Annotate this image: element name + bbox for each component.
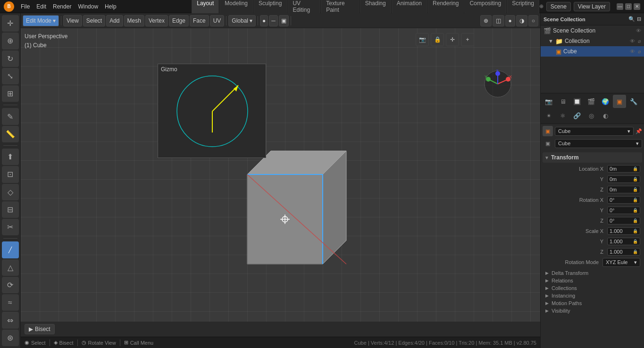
- tool-scale[interactable]: ⤡: [2, 68, 19, 84]
- minimize-button[interactable]: —: [617, 3, 623, 10]
- tool-knife[interactable]: ✂: [2, 219, 19, 235]
- menu-help[interactable]: Help: [102, 2, 119, 11]
- tool-loop-cut[interactable]: ⊟: [2, 201, 19, 218]
- cube-render-visibility[interactable]: ⌀: [638, 49, 641, 55]
- scene-collection-visibility[interactable]: 👁: [636, 28, 641, 33]
- instancing-row[interactable]: ▶ Instancing: [543, 292, 642, 299]
- tool-measure[interactable]: 📏: [2, 126, 19, 142]
- add-menu[interactable]: Add: [106, 15, 123, 26]
- view-layer-selector[interactable]: View Layer: [574, 2, 610, 11]
- menu-file[interactable]: File: [18, 2, 33, 11]
- uv-menu[interactable]: UV: [210, 15, 225, 26]
- tool-move[interactable]: ⊕: [2, 33, 19, 49]
- prop-pin-icon[interactable]: 📌: [636, 128, 642, 134]
- viewport[interactable]: Gizmo User Perspective (1) Cube X: [21, 28, 540, 322]
- tab-modeling[interactable]: Modeling: [219, 0, 253, 15]
- rotation-y-field[interactable]: 0° 🔒: [607, 207, 640, 214]
- location-x-field[interactable]: 0m 🔒: [607, 165, 640, 173]
- outliner-filter-icon[interactable]: ⊟: [637, 16, 641, 22]
- collections-row[interactable]: ▶ Collections: [543, 284, 642, 292]
- menu-edit[interactable]: Edit: [33, 2, 49, 11]
- scale-z-field[interactable]: 1.000 🔒: [607, 248, 640, 256]
- rotation-z-lock[interactable]: 🔒: [633, 218, 638, 223]
- collection-render-icon[interactable]: ⌀: [638, 38, 641, 44]
- tool-edge-slide[interactable]: ⇔: [2, 312, 19, 328]
- location-x-lock[interactable]: 🔒: [633, 166, 638, 171]
- data-block-name-field[interactable]: Cube ▾: [555, 139, 642, 148]
- prop-tab-output[interactable]: 🖥: [556, 95, 569, 108]
- tab-sculpting[interactable]: Sculpting: [253, 0, 287, 15]
- scale-x-field[interactable]: 1.000 🔒: [607, 227, 640, 235]
- tab-shading[interactable]: Shading: [360, 0, 391, 15]
- face-menu[interactable]: Face: [190, 15, 209, 26]
- tool-transform[interactable]: ⊞: [2, 85, 19, 102]
- prop-tab-view-layer[interactable]: 🔲: [570, 95, 584, 108]
- scale-y-lock[interactable]: 🔒: [633, 239, 638, 244]
- menu-window[interactable]: Window: [75, 2, 101, 11]
- prop-tab-world[interactable]: 🌍: [599, 95, 612, 108]
- relations-row[interactable]: ▶ Relations: [543, 277, 642, 284]
- mode-selector[interactable]: Edit Mode ▾: [23, 15, 59, 26]
- xray-toggle[interactable]: ◫: [493, 15, 504, 26]
- tool-inset[interactable]: ⊡: [2, 166, 19, 182]
- camera-view-btn[interactable]: 📷: [416, 33, 429, 46]
- add-scene-btn[interactable]: +: [461, 33, 474, 46]
- face-select-mode[interactable]: ▣: [279, 15, 289, 26]
- prop-tab-constraints[interactable]: 🔗: [570, 109, 584, 122]
- scale-y-field[interactable]: 1.000 🔒: [607, 238, 640, 245]
- edge-menu[interactable]: Edge: [169, 15, 189, 26]
- axis-gizmo[interactable]: X Y Z: [484, 70, 512, 99]
- tool-cursor[interactable]: ✛: [2, 15, 19, 32]
- tab-layout[interactable]: Layout: [192, 0, 219, 15]
- prop-tab-material[interactable]: ◐: [599, 109, 612, 122]
- tool-poly-build[interactable]: △: [2, 259, 19, 276]
- shading-material[interactable]: ◑: [516, 15, 527, 26]
- prop-object-icon[interactable]: ▣: [543, 126, 553, 136]
- motion-paths-row[interactable]: ▶ Motion Paths: [543, 299, 642, 307]
- mesh-menu[interactable]: Mesh: [124, 15, 144, 26]
- tool-spin[interactable]: ⟳: [2, 277, 19, 293]
- tool-bevel[interactable]: ◇: [2, 184, 19, 200]
- location-z-field[interactable]: 0m 🔒: [607, 186, 640, 193]
- prop-tab-data[interactable]: ◎: [585, 109, 598, 122]
- shading-rendered[interactable]: ○: [528, 15, 538, 26]
- prop-tab-particles[interactable]: ✴: [542, 109, 555, 122]
- rotation-x-lock[interactable]: 🔒: [633, 198, 638, 202]
- tool-shrink-fatten[interactable]: ⊛: [2, 330, 19, 346]
- tool-annotate[interactable]: ✎: [2, 108, 19, 124]
- tool-extrude[interactable]: ⬆: [2, 149, 19, 165]
- cube-visibility[interactable]: 👁: [630, 49, 635, 54]
- shading-solid[interactable]: ●: [505, 15, 515, 26]
- scale-x-lock[interactable]: 🔒: [633, 229, 638, 233]
- rotation-mode-dropdown[interactable]: XYZ Eule ▾: [602, 258, 640, 267]
- menu-render[interactable]: Render: [50, 2, 74, 11]
- rotation-z-field[interactable]: 0° 🔒: [607, 217, 640, 224]
- view-menu[interactable]: View: [63, 15, 82, 26]
- lock-view-btn[interactable]: 🔒: [431, 33, 444, 46]
- vertex-menu[interactable]: Vertex: [145, 15, 168, 26]
- delta-transform-row[interactable]: ▶ Delta Transform: [543, 269, 642, 277]
- location-z-lock[interactable]: 🔒: [633, 187, 638, 192]
- prop-tab-modifiers[interactable]: 🔧: [627, 95, 640, 108]
- object-name-field[interactable]: Cube ▾: [555, 127, 634, 136]
- bisect-operator-btn[interactable]: ▶ Bisect: [25, 324, 55, 334]
- rotation-x-field[interactable]: 0° 🔒: [607, 196, 640, 204]
- select-menu[interactable]: Select: [83, 15, 105, 26]
- transform-selector[interactable]: Global▾: [228, 15, 256, 26]
- tab-uvediting[interactable]: UV Editing: [287, 0, 320, 15]
- scale-z-lock[interactable]: 🔒: [633, 249, 638, 254]
- tool-smooth[interactable]: ≈: [2, 294, 19, 311]
- transform-section-header[interactable]: ▼ Transform: [543, 152, 642, 163]
- visibility-row[interactable]: ▶ Visibility: [543, 307, 642, 315]
- close-button[interactable]: ✕: [634, 3, 640, 10]
- collection-visibility[interactable]: 👁: [630, 38, 635, 44]
- tool-bisect[interactable]: ╱: [2, 241, 19, 258]
- location-y-field[interactable]: 0m 🔒: [607, 175, 640, 183]
- cursor-btn[interactable]: ✛: [446, 33, 459, 46]
- outliner-search-icon[interactable]: 🔍: [628, 16, 635, 22]
- tab-scripting[interactable]: Scripting: [507, 0, 539, 15]
- edge-select-mode[interactable]: ─: [269, 15, 278, 26]
- scene-selector[interactable]: Scene: [546, 2, 571, 11]
- prop-tab-physics[interactable]: ⚛: [556, 109, 569, 122]
- location-y-lock[interactable]: 🔒: [633, 177, 638, 182]
